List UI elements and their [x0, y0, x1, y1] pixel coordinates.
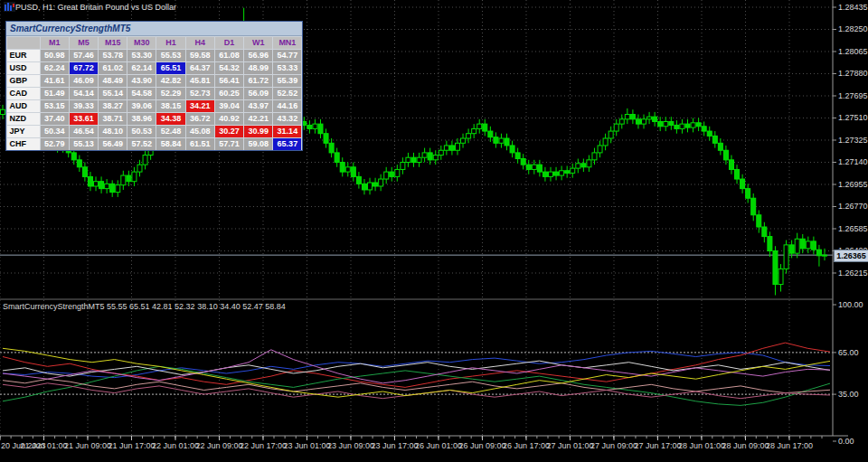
strength-row-gbp: GBP41.6146.0948.4943.9042.8245.8156.4161…: [6, 74, 302, 87]
candle-body: [373, 183, 378, 186]
strength-cell: 61.08: [215, 50, 243, 61]
strength-header-row: M1M5M15M30H1H4D1W1MN1: [6, 36, 302, 49]
candle-body: [71, 153, 76, 160]
time-axis-tick: 27 Jun 09:00: [590, 441, 637, 450]
price-axis-tick: 1.28250: [838, 24, 868, 33]
candle-body: [658, 121, 663, 126]
time-axis-tick: 22 Jun 17:00: [240, 441, 287, 450]
strength-cell: 61.02: [99, 62, 127, 74]
currency-label: AUD: [7, 100, 40, 112]
candle-body: [642, 119, 646, 124]
candle-body: [417, 157, 421, 162]
candle-body: [444, 146, 448, 150]
indicator-axis-tick: 65.00: [838, 348, 859, 357]
candle-body: [137, 165, 142, 172]
mt-chart-window: GBPUSD, H1: Great Britain Pound vs US Do…: [0, 0, 868, 462]
price-axis-tick: 1.27140: [838, 157, 868, 166]
strength-cell: 42.82: [156, 75, 184, 87]
candle-body: [401, 162, 405, 169]
strength-cell: 38.71: [99, 113, 127, 125]
candle-body: [751, 198, 756, 215]
candle-body: [614, 124, 618, 131]
candle-body: [592, 153, 597, 160]
indicator-label: SmartCurrencyStrengthMT5 55.55 65.51 42.…: [3, 302, 286, 311]
strength-cell: 53.33: [273, 62, 301, 74]
price-axis-tick: 1.27695: [838, 91, 868, 100]
strength-cell: 46.54: [70, 126, 98, 137]
time-axis-tick: 28 Jun 09:00: [722, 441, 769, 450]
indicator-surface[interactable]: [0, 300, 833, 436]
candle-body: [532, 165, 536, 169]
strength-cell: 53.30: [127, 50, 156, 61]
candle-body: [565, 171, 570, 174]
strength-cell: 60.25: [215, 88, 243, 99]
strength-cell: 45.08: [186, 126, 214, 137]
candle-body: [712, 136, 717, 143]
currency-label: GBP: [7, 75, 40, 87]
strength-cell: 54.14: [70, 88, 98, 99]
strength-cell: 61.51: [186, 138, 214, 150]
strength-cell: 40.92: [215, 113, 243, 125]
strength-cell: 50.34: [41, 126, 69, 137]
candle-body: [746, 189, 750, 199]
currency-label: NZD: [7, 113, 40, 125]
price-axis-tick: 1.27880: [838, 69, 868, 78]
strength-cell: 52.29: [156, 88, 184, 99]
strength-cell: 31.14: [273, 126, 301, 137]
strength-line-usd: [3, 343, 830, 387]
strength-cell: 65.37: [273, 138, 301, 150]
candle-body: [390, 172, 394, 176]
strength-cell: 42.21: [244, 113, 272, 125]
candle-body: [94, 182, 99, 186]
strength-cell: 57.52: [127, 138, 156, 150]
time-axis-tick: 21 Jun 17:00: [108, 441, 156, 450]
strength-cell: 50.53: [127, 126, 156, 137]
candle-body: [664, 121, 668, 126]
strength-cell: 37.40: [41, 113, 69, 125]
strength-cell: 48.10: [99, 126, 127, 137]
time-axis-tick: 26 Jun 09:00: [459, 441, 506, 450]
candle-body: [379, 179, 383, 186]
price-axis-tick: 1.26215: [838, 269, 868, 278]
time-axis-tick: 26 Jun 01:00: [415, 441, 462, 450]
candle-body: [789, 245, 794, 253]
candle-body: [143, 156, 147, 165]
strength-col-header-m15: M15: [99, 37, 127, 49]
candle-body: [88, 176, 92, 186]
candle-body: [741, 179, 745, 189]
strength-cell: 53.15: [41, 100, 69, 112]
candle-body: [806, 241, 810, 249]
strength-row-usd: USD62.2467.7261.0262.1465.5164.3754.3248…: [6, 61, 302, 74]
strength-cell: 56.49: [99, 138, 127, 150]
candle-body: [816, 250, 821, 256]
candle-body: [696, 123, 701, 127]
strength-col-header-m30: M30: [127, 37, 156, 49]
candle-body: [488, 131, 493, 137]
strength-cell: 52.79: [41, 138, 69, 150]
currency-strength-panel: SmartCurrencyStrengthMT5 M1M5M15M30H1H4D…: [5, 21, 303, 151]
candle-body: [483, 124, 487, 131]
candle-body: [576, 164, 580, 168]
strength-row-chf: CHF52.7955.1356.4957.5258.8461.5157.7159…: [6, 137, 302, 150]
strength-cell: 54.32: [215, 62, 243, 74]
strength-cell: 55.13: [70, 138, 98, 150]
currency-label: USD: [7, 62, 40, 74]
chart-title-bar: GBPUSD, H1: Great Britain Pound vs US Do…: [4, 2, 176, 13]
strength-cell: 59.08: [244, 138, 272, 150]
candle-body: [510, 146, 514, 153]
candle-body: [411, 157, 416, 162]
candle-body: [472, 128, 476, 133]
candle-body: [811, 241, 816, 250]
currency-label: EUR: [7, 50, 40, 61]
strength-col-header-m1: M1: [41, 37, 69, 49]
strength-line-gbp: [3, 366, 830, 405]
strength-cell: 43.97: [244, 100, 272, 112]
indicator-axis-tick: 35.00: [838, 390, 859, 399]
strength-cell: 33.61: [70, 113, 98, 125]
candle-body: [537, 165, 542, 172]
strength-col-header-w1: W1: [244, 37, 272, 49]
candle-body: [598, 146, 602, 153]
candle-body: [461, 138, 466, 143]
price-axis-tick: 1.28065: [838, 47, 868, 56]
chart-icon[interactable]: [4, 2, 15, 12]
